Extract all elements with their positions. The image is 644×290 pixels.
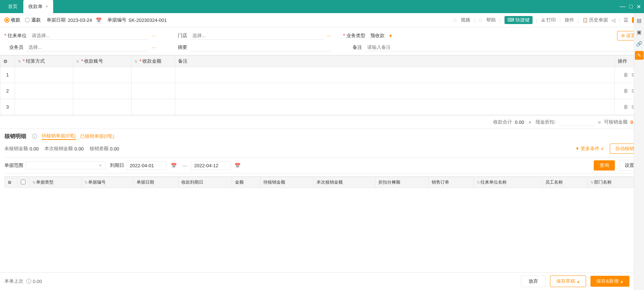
save-new-button[interactable]: 保存&新增 ▲ (590, 276, 629, 287)
nav-prev-icon[interactable]: ◁ (612, 17, 615, 23)
footer-prev-info: 本单上次 i 0.00 (4, 278, 42, 285)
cell-settlement-3[interactable] (15, 99, 73, 115)
store-input[interactable] (190, 32, 323, 40)
tab-pending[interactable]: 待核销单据(0笔) (42, 133, 76, 140)
sidebar-edit-icon[interactable]: ✎ (635, 51, 644, 60)
table-row: 3 🗑 ⧉ (0, 99, 644, 115)
delete-icon-3[interactable]: 🗑 (623, 104, 628, 110)
store-field: 门店 ··· (168, 32, 332, 40)
filter-date-end[interactable] (191, 161, 231, 170)
cell-settlement-2[interactable] (15, 83, 73, 99)
bth-gear[interactable]: ⚙ (5, 177, 18, 188)
delete-icon-2[interactable]: 🗑 (623, 88, 628, 94)
tab-done[interactable]: 已核销单据(0笔) (80, 133, 114, 140)
summary-label: 摘要 (168, 44, 190, 51)
action-help[interactable]: 帮助 (486, 17, 496, 23)
verify-info-icon[interactable]: i (32, 134, 37, 139)
biztype-dropdown-icon[interactable]: ▼ (388, 33, 393, 39)
cell-account-2[interactable] (73, 83, 131, 99)
bth-discount: 折扣分摊额 (375, 177, 429, 188)
form-row-2: 业务员 ··· 摘要 备注 (4, 43, 640, 51)
window-controls: — □ ✕ (620, 3, 641, 10)
filter-range-select[interactable]: ▼ (25, 161, 106, 169)
radio-receipt[interactable]: 收款 (4, 17, 20, 23)
more-conditions-link[interactable]: ▼ 更多条件 ∧ (575, 145, 604, 152)
filter-date-start[interactable] (126, 161, 166, 170)
date-end-calendar-icon[interactable]: 📅 (235, 163, 240, 168)
date-value: 2023-03-24 (68, 17, 92, 23)
prev-info-icon[interactable]: i (26, 279, 31, 284)
receipt-table-container: ⚙ ⇅ * 结算方式 ⇅ * 收款账号 ⇅ (0, 55, 644, 115)
nav-home[interactable]: 首页 (3, 0, 23, 13)
salesperson-more-icon[interactable]: ··· (150, 44, 157, 50)
salesperson-label: 业务员 (4, 44, 26, 51)
sidebar-link-icon[interactable]: 🔗 (635, 39, 644, 48)
filter-range-field: 单据范围 ▼ (4, 161, 106, 169)
cell-account-3[interactable] (73, 99, 131, 115)
bth-date: 单据日期 (133, 177, 178, 188)
receipt-table-section: ⚙ ⇅ * 结算方式 ⇅ * 收款账号 ⇅ (0, 55, 644, 115)
discount-input[interactable] (559, 118, 595, 126)
action-history[interactable]: 📋 历史单据 (582, 17, 608, 23)
query-button[interactable]: 查询 (594, 160, 615, 171)
window-max-icon[interactable]: □ (629, 3, 633, 10)
action-print[interactable]: 🖨 打印 (541, 17, 556, 23)
save-new-chevron: ▲ (620, 279, 624, 283)
date-field: 单据日期 2023-03-24 📅 (47, 17, 102, 23)
tab-close-icon[interactable]: × (46, 4, 48, 9)
toolbar: 收款 退款 单据日期 2023-03-24 📅 单据编号 SK-20230324… (0, 13, 644, 27)
counterparty-more-icon[interactable]: ··· (150, 33, 157, 39)
cell-remark-1[interactable] (175, 67, 615, 83)
nav-tab-receipt[interactable]: 收款单 × (23, 0, 53, 13)
radio-refund-label: 退款 (31, 17, 41, 23)
select-all-checkbox[interactable] (21, 180, 25, 184)
discard-button[interactable]: 放弃 (521, 275, 546, 287)
counterparty-input[interactable] (30, 32, 149, 40)
filter-bar: 单据范围 ▼ 到期日 📅 — 📅 查询 设置 (4, 157, 640, 173)
cell-amount-3[interactable] (131, 99, 175, 115)
remark-input[interactable] (365, 43, 640, 51)
window-min-icon[interactable]: — (620, 3, 625, 10)
salesperson-input[interactable] (26, 43, 149, 51)
discount-label: 现金折扣: (535, 119, 556, 125)
window-close-icon[interactable]: ✕ (636, 3, 641, 10)
biztype-field: * 业务类型 预收款 ▼ ⚙ 设置 (343, 31, 640, 40)
available-label: 可核销金额 (604, 119, 628, 125)
prev-value: 0.00 (33, 279, 42, 284)
top-nav: 首页 收款单 × — □ ✕ (0, 0, 644, 13)
tab-label: 收款单 (28, 3, 43, 10)
store-label: 门店 (168, 32, 190, 39)
radio-refund[interactable]: 退款 (25, 17, 41, 23)
bth-checkbox[interactable] (18, 177, 30, 188)
cell-account-1[interactable] (73, 67, 131, 83)
save-draft-button[interactable]: 保存草稿 ▲ (550, 275, 586, 287)
prev-label: 本单上次 (4, 278, 23, 285)
cell-amount-1[interactable] (131, 67, 175, 83)
store-more-icon[interactable]: ··· (325, 33, 332, 39)
th-remark: 备注 (175, 56, 615, 67)
radio-receipt-dot (4, 17, 9, 23)
cell-settlement-1[interactable] (15, 67, 73, 83)
summary-input[interactable] (190, 43, 332, 51)
number-value: SK-20230324-001 (129, 17, 167, 23)
radio-refund-dot (25, 17, 30, 23)
right-sidebar: ▤ ▣ 🔗 ✎ (634, 13, 644, 290)
bottom-table-section: ⚙ ⇅单据类型 ⇅单据编号 单据日期 收款到期日 金额 待核销 (4, 176, 640, 188)
cell-remark-3[interactable] (175, 99, 615, 115)
bth-current: 本次核销金额 (314, 177, 375, 188)
layout-icon[interactable]: ☰ (624, 17, 628, 23)
sidebar-table-icon[interactable]: ▤ (635, 16, 644, 25)
filter-due-label: 到期日 (110, 162, 124, 169)
cell-remark-2[interactable] (175, 83, 615, 99)
action-video[interactable]: 视频 (461, 17, 470, 23)
total-value: 0.00 (515, 119, 524, 125)
action-operate[interactable]: 操作 (565, 17, 574, 23)
delete-icon-1[interactable]: 🗑 (623, 72, 628, 78)
verify-header: 核销明细 i 待核销单据(0笔) 已核销单据(0笔) (4, 133, 640, 140)
radio-receipt-label: 收款 (11, 17, 20, 23)
th-gear[interactable]: ⚙ (0, 56, 15, 67)
cell-amount-2[interactable] (131, 83, 175, 99)
calendar-icon[interactable]: 📅 (96, 17, 102, 23)
sidebar-grid-icon[interactable]: ▣ (635, 28, 644, 36)
action-shortcut[interactable]: ⌨快捷键 (504, 16, 533, 24)
